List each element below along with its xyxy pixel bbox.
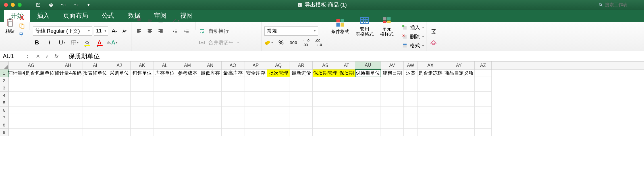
cell-AS2[interactable] [313,77,338,84]
cell-styles-button[interactable]: 单元 格样式 [378,15,396,36]
align-left-button[interactable] [135,27,143,35]
cell-AH2[interactable] [54,77,82,84]
cell-AL9[interactable] [153,129,176,136]
cell-AJ8[interactable] [108,121,131,129]
cell-AM2[interactable] [176,77,199,84]
cell-AO7[interactable] [222,114,244,121]
cell-AO8[interactable] [222,121,244,129]
cell-AK5[interactable] [131,99,153,107]
increase-indent-button[interactable] [182,27,191,36]
cell-AJ2[interactable] [108,77,131,84]
cell-AZ4[interactable] [475,92,492,99]
cell-AT9[interactable] [338,129,355,136]
merge-center-button[interactable]: 合并后居中 [199,37,258,48]
cell-AV4[interactable] [381,92,404,99]
cell-AI2[interactable] [82,77,108,84]
tab-formulas[interactable]: 公式 [95,9,121,22]
column-header-AI[interactable]: AI [82,62,108,69]
column-header-AO[interactable]: AO [222,62,244,69]
column-header-AW[interactable]: AW [404,62,418,69]
column-header-AY[interactable]: AY [443,62,475,69]
tab-insert[interactable]: 插入 [30,9,56,22]
clear-icon[interactable] [430,38,437,46]
cell-AU6[interactable] [355,107,381,114]
underline-button[interactable]: U [58,38,66,47]
cell-AK4[interactable] [131,92,153,99]
cell-AW8[interactable] [404,121,418,129]
cell-AP1[interactable]: 安全库存 [244,69,267,77]
cell-AY3[interactable] [443,84,475,92]
cell-AL7[interactable] [153,114,176,121]
cell-AH3[interactable] [54,84,82,92]
cell-AK3[interactable] [131,84,153,92]
cell-AM8[interactable] [176,121,199,129]
minimize-window-button[interactable] [11,3,15,7]
cell-AL6[interactable] [153,107,176,114]
maximize-window-button[interactable] [18,3,22,7]
cell-AO1[interactable]: 最高库存 [222,69,244,77]
cell-AR3[interactable] [290,84,313,92]
decrease-indent-button[interactable] [171,27,180,36]
decrease-font-button[interactable]: A▾ [120,27,129,35]
column-header-AJ[interactable]: AJ [108,62,131,69]
save-icon[interactable] [36,2,41,7]
cell-AN2[interactable] [199,77,222,84]
cell-AM7[interactable] [176,114,199,121]
italic-button[interactable]: I [45,38,54,47]
cell-AP2[interactable] [244,77,267,84]
cell-AX2[interactable] [418,77,443,84]
cell-AZ9[interactable] [475,129,492,136]
cell-AT1[interactable]: 保质期 [338,69,355,77]
cell-AQ1[interactable]: 批次管理 [267,69,290,77]
cancel-formula-button[interactable]: ✕ [36,53,40,60]
cell-AN5[interactable] [199,99,222,107]
cut-icon[interactable] [19,14,25,21]
format-as-table-button[interactable]: 套用 表格格式 [353,15,376,36]
column-header-AV[interactable]: AV [381,62,404,69]
cell-AX3[interactable] [418,84,443,92]
cell-AJ6[interactable] [108,107,131,114]
qat-customize-icon[interactable]: ▾ [86,2,91,7]
cell-AU5[interactable] [355,99,381,107]
cell-AX1[interactable]: 是否走冻链 [418,69,443,77]
row-header-7[interactable]: 7 [0,114,9,121]
cell-AQ7[interactable] [267,114,290,121]
search-box[interactable] [599,2,644,7]
cell-AM9[interactable] [176,129,199,136]
cell-AS7[interactable] [313,114,338,121]
tab-page-layout[interactable]: 页面布局 [56,9,95,22]
cell-AR2[interactable] [290,77,313,84]
cell-AW4[interactable] [404,92,418,99]
cell-AP9[interactable] [244,129,267,136]
cell-AQ8[interactable] [267,121,290,129]
accept-formula-button[interactable]: ✓ [45,53,49,60]
cell-AN3[interactable] [199,84,222,92]
font-color-button[interactable]: A [95,38,104,47]
cell-AV3[interactable] [381,84,404,92]
cell-AV8[interactable] [381,121,404,129]
cell-AG1[interactable]: 辅计量4是否包装单位 [9,69,54,77]
cell-AG7[interactable] [9,114,54,121]
cell-AJ5[interactable] [108,99,131,107]
cell-AS6[interactable] [313,107,338,114]
cell-AI8[interactable] [82,121,108,129]
cell-AQ6[interactable] [267,107,290,114]
font-size-dropdown[interactable]: 11▾ [94,26,108,36]
spreadsheet-grid[interactable]: AGAHAIAJAKALAMANAOAPAQARASATAUAVAWAXAYAZ… [0,62,644,136]
cell-AY5[interactable] [443,99,475,107]
column-header-AQ[interactable]: AQ [267,62,290,69]
cell-AS1[interactable]: 保质期管理 [313,69,338,77]
cell-AH7[interactable] [54,114,82,121]
cell-AT5[interactable] [338,99,355,107]
cell-AJ9[interactable] [108,129,131,136]
cell-AI6[interactable] [82,107,108,114]
cell-AV5[interactable] [381,99,404,107]
cell-AZ3[interactable] [475,84,492,92]
column-header-AZ[interactable]: AZ [475,62,492,69]
cell-AO2[interactable] [222,77,244,84]
cell-AR4[interactable] [290,92,313,99]
conditional-format-button[interactable]: 条件格式 [329,18,352,34]
cell-AK6[interactable] [131,107,153,114]
cell-AU8[interactable] [355,121,381,129]
cell-AN4[interactable] [199,92,222,99]
